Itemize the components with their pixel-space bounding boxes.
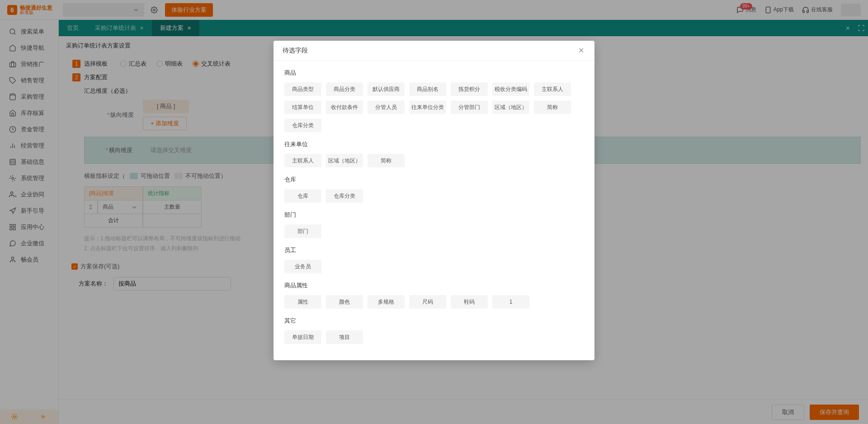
- field-tag[interactable]: 收付款条件: [326, 100, 363, 114]
- field-tag[interactable]: 主联系人: [284, 154, 321, 167]
- field-tag[interactable]: 项目: [326, 330, 363, 344]
- field-tag[interactable]: 商品分类: [326, 82, 363, 96]
- field-tag[interactable]: 区域（地区）: [492, 100, 529, 114]
- field-tag[interactable]: 主联系人: [534, 82, 571, 96]
- field-tag[interactable]: 多规格: [368, 295, 405, 309]
- modal-title: 待选字段: [283, 47, 308, 55]
- field-tag[interactable]: 结算单位: [284, 100, 321, 114]
- field-group: 商品属性属性颜色多规格尺码鞋码1: [284, 281, 584, 309]
- field-tag[interactable]: 部门: [284, 224, 321, 238]
- field-tag[interactable]: 分管部门: [451, 100, 488, 114]
- field-tag[interactable]: 默认供应商: [368, 82, 405, 96]
- field-group: 商品商品类型商品分类默认供应商商品别名拣货积分税收分类编码主联系人结算单位收付款…: [284, 69, 584, 132]
- field-group-title: 商品: [284, 69, 584, 77]
- field-tag[interactable]: 单据日期: [284, 330, 321, 344]
- field-tag[interactable]: 仓库分类: [326, 189, 363, 203]
- field-tag[interactable]: 仓库: [284, 189, 321, 203]
- modal-close-button[interactable]: ✕: [576, 46, 585, 55]
- field-selector-modal: 待选字段 ✕ 商品商品类型商品分类默认供应商商品别名拣货积分税收分类编码主联系人…: [274, 41, 594, 360]
- field-tag[interactable]: 商品类型: [284, 82, 321, 96]
- field-tag[interactable]: 拣货积分: [451, 82, 488, 96]
- field-tag[interactable]: 属性: [284, 295, 321, 309]
- field-group: 仓库仓库仓库分类: [284, 176, 584, 203]
- field-tag[interactable]: 1: [492, 295, 529, 309]
- field-tag[interactable]: 鞋码: [451, 295, 488, 309]
- field-tag[interactable]: 分管人员: [368, 100, 405, 114]
- modal-overlay[interactable]: 待选字段 ✕ 商品商品类型商品分类默认供应商商品别名拣货积分税收分类编码主联系人…: [0, 0, 868, 424]
- field-group-title: 部门: [284, 211, 584, 219]
- field-tag[interactable]: 尺码: [409, 295, 446, 309]
- field-tag[interactable]: 仓库分类: [284, 119, 321, 132]
- field-group-title: 商品属性: [284, 281, 584, 290]
- field-group: 其它单据日期项目: [284, 317, 584, 344]
- field-group: 员工业务员: [284, 246, 584, 273]
- field-tag[interactable]: 简称: [368, 154, 405, 167]
- field-group-title: 仓库: [284, 176, 584, 184]
- field-group-title: 其它: [284, 317, 584, 325]
- field-tag[interactable]: 业务员: [284, 260, 321, 273]
- field-group: 往来单位主联系人区域（地区）简称: [284, 140, 584, 167]
- field-tag[interactable]: 税收分类编码: [492, 82, 529, 96]
- field-tag[interactable]: 往来单位分类: [409, 100, 446, 114]
- field-tag[interactable]: 商品别名: [409, 82, 446, 96]
- field-group: 部门部门: [284, 211, 584, 238]
- field-group-title: 往来单位: [284, 140, 584, 148]
- field-tag[interactable]: 颜色: [326, 295, 363, 309]
- field-tag[interactable]: 简称: [534, 100, 571, 114]
- field-group-title: 员工: [284, 246, 584, 254]
- field-tag[interactable]: 区域（地区）: [326, 154, 363, 167]
